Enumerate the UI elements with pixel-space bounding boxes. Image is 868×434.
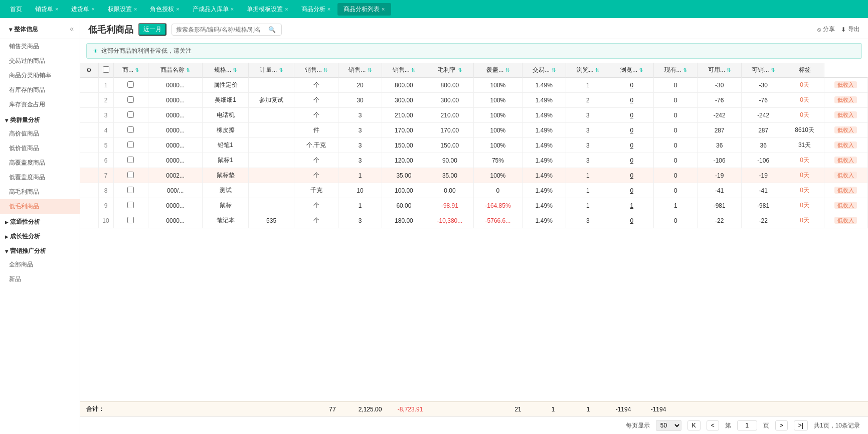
row-views1[interactable]: 1 — [610, 198, 653, 213]
sidebar-group-growth[interactable]: ▸ 成长性分析 — [0, 228, 80, 243]
th-sellable[interactable]: 可销... ⇅ — [741, 63, 785, 78]
select-all-checkbox[interactable] — [103, 66, 109, 73]
row-views1[interactable]: 0 — [610, 213, 653, 228]
row-views1[interactable]: 0 — [610, 93, 653, 108]
sidebar-item-new-products[interactable]: 新品 — [0, 272, 80, 286]
th-gross-margin[interactable]: 毛利率 ⇅ — [426, 63, 474, 78]
main-layout: ▾ 整体信息 « 销售类商品 交易过的商品 商品分类助销率 有库存的商品 库存资… — [0, 18, 868, 434]
th-sales-count[interactable]: 销售... ⇅ — [294, 63, 338, 78]
row-coverage: 1.49% — [522, 108, 566, 123]
sidebar-item-traded[interactable]: 交易过的商品 — [0, 54, 80, 68]
row-checkbox[interactable] — [113, 168, 148, 183]
share-button[interactable]: ⎋ 分享 — [817, 25, 835, 34]
row-checkbox[interactable] — [113, 183, 148, 198]
page-size-select[interactable]: 20 50 100 — [656, 420, 681, 431]
nav-roles-close[interactable]: × — [176, 6, 179, 12]
th-current-stock[interactable]: 现有... ⇅ — [654, 63, 698, 78]
th-code[interactable]: 商... ⇅ — [113, 63, 148, 78]
nav-template-settings[interactable]: 单据模板设置 × — [241, 3, 294, 16]
nav-purchase-order-close[interactable]: × — [91, 6, 94, 12]
nav-home[interactable]: 首页 — [4, 3, 28, 16]
nav-sales-order[interactable]: 销货单 × — [29, 3, 64, 16]
row-coverage: 1.49% — [522, 78, 566, 93]
th-views1[interactable]: 浏览... ⇅ — [566, 63, 610, 78]
row-num: 8 — [98, 183, 113, 198]
nav-product-entry-close[interactable]: × — [231, 6, 234, 12]
first-page-button[interactable]: K — [687, 420, 701, 430]
row-current-stock: 287 — [698, 123, 741, 138]
sidebar-item-in-stock[interactable]: 有库存的商品 — [0, 83, 80, 97]
row-checkbox[interactable] — [113, 198, 148, 213]
nav-purchase-order-label: 进货单 — [71, 5, 89, 14]
sidebar-item-low-value[interactable]: 低价值商品 — [0, 141, 80, 156]
th-settings[interactable]: ⚙ — [80, 63, 98, 78]
sidebar-group-flow[interactable]: ▸ 流通性分析 — [0, 214, 80, 228]
row-checkbox[interactable] — [113, 123, 148, 138]
nav-sales-order-close[interactable]: × — [55, 6, 58, 12]
row-current-stock: -19 — [698, 168, 741, 183]
row-num: 6 — [98, 153, 113, 168]
prev-page-button[interactable]: < — [707, 420, 719, 430]
sidebar-item-high-value[interactable]: 高价值商品 — [0, 126, 80, 141]
row-checkbox[interactable] — [113, 213, 148, 228]
th-unit[interactable]: 计量... ⇅ — [248, 63, 294, 78]
page-number-input[interactable] — [737, 420, 757, 430]
th-views2[interactable]: 浏览... ⇅ — [610, 63, 653, 78]
row-checkbox[interactable] — [113, 93, 148, 108]
sidebar-item-sales-category[interactable]: 销售类商品 — [0, 39, 80, 54]
sidebar-item-low-coverage[interactable]: 低覆盖度商品 — [0, 170, 80, 185]
row-views2: 0 — [654, 138, 698, 153]
row-views1[interactable]: 0 — [610, 168, 653, 183]
row-checkbox[interactable] — [113, 108, 148, 123]
nav-product-entry[interactable]: 产成品入库单 × — [187, 3, 240, 16]
th-sales-amount[interactable]: 销售... ⇅ — [338, 63, 382, 78]
nav-purchase-order[interactable]: 进货单 × — [65, 3, 100, 16]
search-icon[interactable]: 🔍 — [268, 26, 276, 33]
nav-roles[interactable]: 角色授权 × — [144, 3, 185, 16]
nav-permissions[interactable]: 权限设置 × — [102, 3, 143, 16]
row-available: 287 — [741, 123, 785, 138]
th-transaction[interactable]: 交易... ⇅ — [522, 63, 566, 78]
sidebar-item-low-profit[interactable]: 低毛利商品 — [0, 199, 80, 214]
sidebar-item-capital[interactable]: 库存资金占用 — [0, 97, 80, 112]
row-views1[interactable]: 0 — [610, 153, 653, 168]
nav-product-analysis-list[interactable]: 商品分析列表 × — [337, 3, 391, 16]
sidebar-collapse-button[interactable]: « — [68, 23, 76, 35]
th-sales-profit[interactable]: 销售... ⇅ — [382, 63, 426, 78]
th-name[interactable]: 商品名称 ⇅ — [148, 63, 202, 78]
nav-product-analysis-list-close[interactable]: × — [382, 6, 385, 12]
last-page-button[interactable]: >| — [794, 420, 808, 430]
row-checkbox[interactable] — [113, 138, 148, 153]
th-available[interactable]: 可用... ⇅ — [698, 63, 741, 78]
th-spec[interactable]: 规格... ⇅ — [203, 63, 248, 78]
row-views1[interactable]: 0 — [610, 108, 653, 123]
time-filter-button[interactable]: 近一月 — [138, 23, 166, 36]
page-title: 低毛利商品 — [88, 24, 133, 36]
row-views1[interactable]: 0 — [610, 138, 653, 153]
row-checkbox[interactable] — [113, 153, 148, 168]
row-views1[interactable]: 0 — [610, 78, 653, 93]
nav-product-analysis-close[interactable]: × — [327, 6, 330, 12]
next-page-button[interactable]: > — [775, 420, 788, 430]
row-views1[interactable]: 0 — [610, 123, 653, 138]
row-name: 吴细细1 — [203, 93, 248, 108]
th-tag[interactable]: 标签 — [785, 63, 824, 78]
nav-product-analysis[interactable]: 商品分析 × — [295, 3, 336, 16]
row-views1[interactable]: 0 — [610, 183, 653, 198]
export-button[interactable]: ⬇ 导出 — [841, 25, 860, 34]
row-unit: 个 — [294, 198, 338, 213]
table-container[interactable]: ⚙ 商... ⇅ 商品名称 ⇅ 规格... ⇅ 计量... ⇅ 销售... ⇅ … — [80, 63, 868, 401]
row-checkbox[interactable] — [113, 78, 148, 93]
sidebar-item-high-coverage[interactable]: 高覆盖度商品 — [0, 156, 80, 170]
row-current-stock: -981 — [698, 198, 741, 213]
footer-available: -1194 — [641, 406, 676, 413]
nav-template-settings-close[interactable]: × — [285, 6, 288, 12]
sidebar-item-all-products[interactable]: 全部商品 — [0, 257, 80, 272]
search-input[interactable] — [176, 26, 266, 33]
th-coverage[interactable]: 覆盖... ⇅ — [474, 63, 523, 78]
sidebar-item-category-rate[interactable]: 商品分类助销率 — [0, 68, 80, 83]
nav-permissions-close[interactable]: × — [134, 6, 137, 12]
th-checkbox[interactable] — [98, 63, 113, 78]
footer-views1: 1 — [536, 406, 571, 413]
sidebar-item-high-profit[interactable]: 高毛利商品 — [0, 185, 80, 199]
